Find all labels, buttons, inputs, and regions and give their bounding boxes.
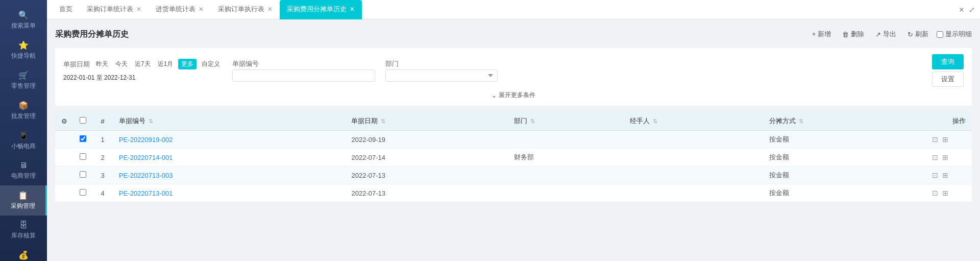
tab-purchase-summary[interactable]: 采购订单统计表✕ <box>80 0 149 19</box>
inventory-icon: 🗄 <box>19 221 28 230</box>
row-split-1: 按金额 <box>763 149 926 167</box>
row-edit-icon-3[interactable]: ⊞ <box>942 189 948 197</box>
tab-close-purchase-exec[interactable]: ✕ <box>267 6 273 13</box>
page-header: 采购费用分摊单历史 + 新增 🗑 删除 ↗ 导出 ↻ 刷新 显示明细 <box>55 28 972 41</box>
main-area: 首页采购订单统计表✕进货单统计表✕采购订单执行表✕采购费用分摊单历史✕ ✕ ⤢ … <box>47 0 980 261</box>
sidebar-label-search: 搜索菜单 <box>11 21 36 30</box>
col-split-method[interactable]: 分摊方式 ⇅ <box>763 112 926 131</box>
tab-close-purchase-cost[interactable]: ✕ <box>350 6 355 13</box>
page-content: 采购费用分摊单历史 + 新增 🗑 删除 ↗ 导出 ↻ 刷新 显示明细 <box>47 19 980 261</box>
delete-button[interactable]: 🗑 删除 <box>839 28 867 41</box>
export-button[interactable]: ↗ 导出 <box>872 28 899 41</box>
row-dept-3 <box>508 184 624 202</box>
row-view-icon-0[interactable]: ⊡ <box>932 135 938 144</box>
expand-more-button[interactable]: ⌄ 展开更多条件 <box>492 91 535 100</box>
sidebar-item-wholesale[interactable]: 📦批发管理 <box>0 96 47 126</box>
select-all-checkbox[interactable] <box>80 117 86 124</box>
row-edit-icon-2[interactable]: ⊞ <box>942 171 948 179</box>
date-range: 2022-01-01 至 2022-12-31 <box>63 74 222 82</box>
row-checkbox-1[interactable] <box>80 153 86 160</box>
date-shortcuts: 昨天 今天 近7天 近1月 更多 自定义 <box>94 59 222 69</box>
row-dept-1: 财务部 <box>508 149 624 167</box>
col-handler[interactable]: 经手人 ⇅ <box>624 112 763 131</box>
today-btn[interactable]: 今天 <box>113 59 130 69</box>
row-edit-icon-1[interactable]: ⊞ <box>942 153 948 161</box>
col-check <box>74 112 92 131</box>
row-date-0: 2022-09-19 <box>345 131 508 149</box>
docno-input[interactable] <box>232 69 375 82</box>
row-docno-link-1[interactable]: PE-20220714-001 <box>119 154 173 161</box>
sidebar-label-inventory: 库存核算 <box>11 231 36 240</box>
sidebar-item-inventory[interactable]: 🗄库存核算 <box>0 216 47 245</box>
row-checkbox-3[interactable] <box>80 189 86 196</box>
col-dept-label: 部门 <box>514 117 527 125</box>
sidebar-label-purchase: 采购管理 <box>11 202 35 210</box>
sidebar: 🔍搜索菜单⭐快捷导航🛒零售管理📦批发管理📱小畅电商🖥电商管理📋采购管理🗄库存核算… <box>0 0 47 261</box>
dept-select[interactable]: 财务部 <box>385 69 498 82</box>
row-view-icon-1[interactable]: ⊡ <box>932 153 938 161</box>
yesterday-btn[interactable]: 昨天 <box>94 59 110 69</box>
sidebar-label-wholesale: 批发管理 <box>11 112 36 121</box>
row-docno-link-0[interactable]: PE-20220919-002 <box>119 136 173 144</box>
show-cols-checkbox[interactable]: 显示明细 <box>937 30 972 39</box>
table-header-row: ⚙ # 单据编号 ⇅ 单据日期 ⇅ <box>55 112 972 131</box>
data-table: ⚙ # 单据编号 ⇅ 单据日期 ⇅ <box>55 112 972 202</box>
docno-label: 单据编号 <box>232 59 375 68</box>
custom-btn[interactable]: 自定义 <box>200 59 222 69</box>
sidebar-item-ecommerce[interactable]: 🖥电商管理 <box>0 156 47 185</box>
row-dept-0 <box>508 131 624 149</box>
sidebar-item-finance[interactable]: 💰资金管理 <box>0 245 47 261</box>
row-checkbox-0[interactable] <box>80 135 86 142</box>
last1month-btn[interactable]: 近1月 <box>156 59 176 69</box>
row-dept-2 <box>508 167 624 184</box>
tab-close-instock-summary[interactable]: ✕ <box>199 6 204 13</box>
col-doc-no[interactable]: 单据编号 ⇅ <box>113 112 345 131</box>
last7days-btn[interactable]: 近7天 <box>133 59 153 69</box>
tab-purchase-cost[interactable]: 采购费用分摊单历史✕ <box>280 0 362 19</box>
export-icon: ↗ <box>875 31 881 38</box>
row-settings-0 <box>55 131 74 149</box>
row-actions-3: ⊡ ⊞ <box>926 184 972 202</box>
query-button[interactable]: 查询 <box>932 54 964 69</box>
row-settings-3 <box>55 184 74 202</box>
tab-purchase-exec[interactable]: 采购订单执行表✕ <box>211 0 280 19</box>
add-button[interactable]: + 新增 <box>809 28 834 41</box>
sidebar-item-mini[interactable]: 📱小畅电商 <box>0 126 47 156</box>
col-doc-date[interactable]: 单据日期 ⇅ <box>345 112 508 131</box>
col-dept[interactable]: 部门 ⇅ <box>508 112 624 131</box>
filter-settings-button[interactable]: 设置 <box>932 72 964 87</box>
sidebar-item-shortcut[interactable]: ⭐快捷导航 <box>0 35 47 65</box>
row-check-0 <box>74 131 92 149</box>
col-settings[interactable]: ⚙ <box>55 112 74 131</box>
row-view-icon-2[interactable]: ⊡ <box>932 171 938 179</box>
row-docno-link-3[interactable]: PE-20220713-001 <box>119 189 173 197</box>
sort-handler-icon: ⇅ <box>653 118 657 124</box>
tab-instock-summary[interactable]: 进货单统计表✕ <box>149 0 211 19</box>
sidebar-item-search[interactable]: 🔍搜索菜单 <box>0 5 47 35</box>
tab-close-all-button[interactable]: ✕ <box>959 6 965 14</box>
tab-home[interactable]: 首页 <box>52 0 80 19</box>
row-checkbox-2[interactable] <box>80 171 86 178</box>
sidebar-item-retail[interactable]: 🛒零售管理 <box>0 65 47 96</box>
refresh-icon: ↻ <box>908 31 913 38</box>
row-view-icon-3[interactable]: ⊡ <box>932 189 938 197</box>
row-docno-3: PE-20220713-001 <box>113 184 345 202</box>
shortcut-icon: ⭐ <box>18 40 29 50</box>
date-label: 单据日期 <box>63 60 90 69</box>
tab-close-purchase-summary[interactable]: ✕ <box>136 6 141 13</box>
tab-label-home: 首页 <box>59 5 72 14</box>
row-docno-link-2[interactable]: PE-20220713-003 <box>119 172 173 179</box>
row-num-3: 4 <box>92 184 113 202</box>
row-split-0: 按金额 <box>763 131 926 149</box>
row-handler-2 <box>624 167 763 184</box>
tab-maximize-button[interactable]: ⤢ <box>969 6 975 14</box>
col-doc-no-label: 单据编号 <box>119 117 145 125</box>
row-handler-1 <box>624 149 763 167</box>
more-btn[interactable]: 更多 <box>178 59 197 69</box>
row-edit-icon-0[interactable]: ⊞ <box>942 135 948 144</box>
row-date-1: 2022-07-14 <box>345 149 508 167</box>
refresh-button[interactable]: ↻ 刷新 <box>904 28 932 41</box>
show-cols-input[interactable] <box>937 31 943 38</box>
sort-doc-date-icon: ⇅ <box>381 118 385 124</box>
sidebar-item-purchase[interactable]: 📋采购管理 <box>0 185 47 216</box>
